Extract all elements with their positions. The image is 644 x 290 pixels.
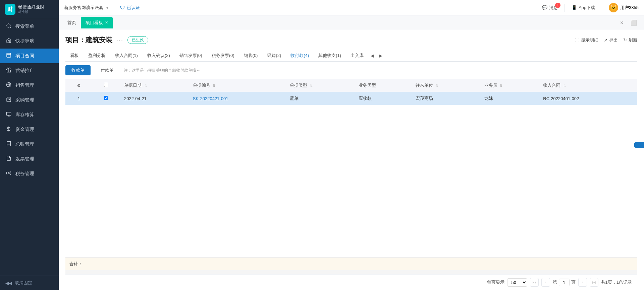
tab-home-label: 首页 (67, 20, 76, 26)
app-name: 畅捷通好业财 (18, 4, 44, 10)
refresh-btn[interactable]: ↻ 刷新 (623, 37, 637, 43)
message-badge: 1 (555, 3, 560, 8)
sidebar-item-marketing[interactable]: 营销推广 (0, 63, 59, 78)
feedback-btn[interactable]: 意见反馈 (634, 142, 644, 148)
subtab-income-contract[interactable]: 收入合同(1) (110, 50, 143, 62)
page-input[interactable] (559, 279, 570, 286)
table-row[interactable]: 1 2022-04-21 SK-20220421-001 蓝单 应收款 宏茂商场… (65, 92, 637, 105)
sort-partner-icon[interactable]: ⇅ (435, 84, 438, 87)
project-prefix: 项目：建筑安装 (65, 35, 112, 45)
sidebar-item-sales[interactable]: 销售管理 (0, 78, 59, 93)
sidebar-item-invoice[interactable]: 发票管理 (0, 152, 59, 166)
user-menu[interactable]: 🐱 用户3355 (609, 3, 639, 12)
col-settings[interactable]: ⚙ (65, 79, 92, 92)
row-number-link[interactable]: SK-20220421-001 (193, 96, 228, 101)
project-header: 项目：建筑安装 ··· 已生效 显示明细 ↗ 导出 ↻ 刷新 (65, 35, 637, 45)
subtab-in-out[interactable]: 出入库 (346, 50, 368, 62)
tab-kanban-label: 项目看板 (86, 20, 103, 26)
col-salesperson: 业务员 ⇅ (480, 79, 539, 92)
sidebar-item-ledger[interactable]: 总账管理 (0, 137, 59, 152)
row-date: 2022-04-21 (120, 92, 189, 105)
inventory-icon (5, 112, 12, 118)
svg-line-1 (10, 27, 11, 28)
maximize-icon: ⬜ (631, 19, 637, 26)
sidebar-item-purchase[interactable]: 采购管理 (0, 93, 59, 107)
sidebar-item-tax-label: 税务管理 (15, 171, 34, 177)
sort-number-icon[interactable]: ⇅ (213, 84, 215, 87)
sidebar-item-quick-nav[interactable]: 快捷导航 (0, 34, 59, 49)
next-page-btn[interactable]: › (578, 278, 587, 287)
horizontal-scrollbar[interactable] (65, 270, 637, 274)
col-checkbox[interactable] (92, 79, 120, 92)
show-detail-label: 显示明细 (581, 37, 598, 43)
tab-home[interactable]: 首页 (64, 17, 79, 28)
page-label: 第 (553, 279, 557, 285)
message-btn[interactable]: 💬 消息 1 (542, 5, 558, 11)
subtab-receipt[interactable]: 收付款(4) (286, 50, 314, 62)
subtab-kanban[interactable]: 看板 (65, 50, 84, 62)
total-row: 合计： (65, 257, 637, 270)
sidebar-item-inventory[interactable]: 库存核算 (0, 107, 59, 122)
filter-bar: 收款单 付款单 注：这里是与项目关联的全部收付款单哦～ (65, 62, 637, 79)
sidebar-item-search[interactable]: 搜索菜单 (0, 19, 59, 34)
project-dropdown-icon: ▼ (105, 5, 109, 10)
table-header: ⚙ 单据日期 ⇅ 单据编号 ⇅ (65, 79, 637, 92)
last-page-btn[interactable]: ⏭ (590, 278, 598, 287)
app-edition: 标准版 (18, 10, 44, 14)
subtab-tax-invoice[interactable]: 税务发票(0) (207, 50, 239, 62)
prev-page-btn[interactable]: ‹ (541, 278, 550, 287)
col-biz-type: 业务类型 (355, 79, 412, 92)
tab-kanban[interactable]: 项目看板 ✕ (81, 17, 113, 28)
sidebar-item-tax[interactable]: 税务管理 (0, 166, 59, 181)
sort-date-icon[interactable]: ⇅ (144, 84, 147, 87)
sort-type-icon[interactable]: ⇅ (310, 84, 313, 87)
tab-close-icon[interactable]: ✕ (105, 20, 108, 25)
subtab-purchase[interactable]: 采购(2) (262, 50, 286, 62)
show-detail-checkbox[interactable]: 显示明细 (575, 37, 598, 43)
sidebar-cancel-pin[interactable]: ◀◀ 取消固定 (0, 276, 59, 290)
row-checkbox[interactable] (92, 92, 120, 105)
sort-income-contract-icon[interactable]: ⇅ (563, 84, 566, 87)
window-close-btn[interactable]: × (617, 18, 627, 27)
subtab-sales[interactable]: 销售(0) (239, 50, 263, 62)
first-page-btn[interactable]: ⏮ (530, 278, 539, 287)
row-select-checkbox[interactable] (104, 96, 108, 100)
scrollbar-inner (65, 270, 637, 271)
user-avatar: 🐱 (609, 3, 618, 12)
project-selector[interactable]: 新服务官网演示账套 ▼ (64, 5, 109, 11)
sidebar-item-finance[interactable]: 资金管理 (0, 122, 59, 137)
subtab-sales-invoice[interactable]: 销售发票(0) (175, 50, 207, 62)
project-more-btn[interactable]: ··· (116, 37, 123, 44)
sales-icon (5, 82, 12, 89)
svg-rect-10 (6, 112, 11, 115)
row-number[interactable]: SK-20220421-001 (189, 92, 286, 105)
sidebar-item-project-contract[interactable]: 项目合同 (0, 49, 59, 63)
payment-filter-btn[interactable]: 付款单 (95, 65, 120, 75)
table-wrap[interactable]: ⚙ 单据日期 ⇅ 单据编号 ⇅ (65, 79, 637, 257)
window-maximize-btn[interactable]: ⬜ (629, 18, 639, 27)
subtab-profit[interactable]: 盈利分析 (84, 50, 110, 62)
sidebar-item-quick-nav-label: 快捷导航 (15, 38, 34, 44)
sidebar-item-purchase-label: 采购管理 (15, 97, 34, 103)
col-type: 单据类型 ⇅ (286, 79, 355, 92)
certified-label: 已认证 (127, 5, 140, 11)
ledger-icon (5, 141, 12, 148)
row-salesperson: 龙妹 (480, 92, 539, 105)
app-download-btn[interactable]: 📱 App下载 (572, 5, 595, 11)
subtab-prev-btn[interactable]: ◀ (368, 52, 376, 60)
subtab-income-confirm[interactable]: 收入确认(2) (143, 50, 175, 62)
receipt-filter-btn[interactable]: 收款单 (65, 65, 91, 75)
export-btn[interactable]: ↗ 导出 (604, 37, 618, 43)
select-all-checkbox[interactable] (104, 83, 108, 87)
show-detail-input[interactable] (575, 38, 579, 42)
subtab-other-expense[interactable]: 其他收支(1) (314, 50, 346, 62)
sort-salesperson-icon[interactable]: ⇅ (500, 84, 502, 87)
per-page-select[interactable]: 50 100 200 (507, 278, 527, 287)
app-logo-icon: 财 (5, 4, 15, 15)
pagination: 每页显示 50 100 200 ⏮ ‹ 第 页 › ⏭ 共1页，1条记录 (65, 274, 637, 290)
settings-icon[interactable]: ⚙ (77, 83, 81, 88)
refresh-icon: ↻ (623, 38, 627, 43)
certified-badge: 🛡 已认证 (120, 5, 140, 11)
message-icon: 💬 (542, 5, 547, 10)
subtab-next-btn[interactable]: ▶ (376, 52, 384, 60)
